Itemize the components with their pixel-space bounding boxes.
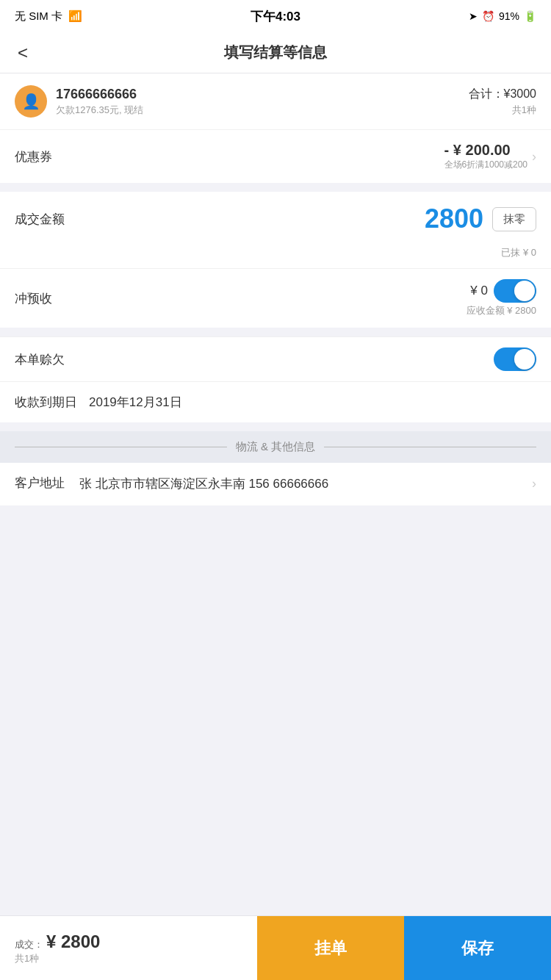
page-title: 填写结算等信息 xyxy=(224,43,327,62)
total-count: 共1种 xyxy=(469,104,537,117)
bottom-spacer xyxy=(0,505,551,623)
prepay-amount-group: ¥ 0 xyxy=(470,279,536,303)
content: 👤 17666666666 欠款1276.35元, 现结 合计：¥3000 共1… xyxy=(0,73,551,689)
transaction-value: 2800 xyxy=(425,203,483,234)
address-row[interactable]: 客户地址 张 北京市市辖区海淀区永丰南 156 66666666 › xyxy=(0,463,551,505)
save-button[interactable]: 保存 xyxy=(404,916,551,981)
status-left: 无 SIM 卡 📶 xyxy=(15,10,82,24)
prepay-label: 冲预收 xyxy=(15,290,52,307)
customer-sub-text: 欠款1276.35元, 现结 xyxy=(56,104,143,117)
back-button[interactable]: < xyxy=(12,37,34,69)
bottom-count: 共1种 xyxy=(15,952,242,965)
address-value: 张 北京市市辖区海淀区永丰南 156 66666666 xyxy=(79,475,520,494)
avatar: 👤 xyxy=(15,85,47,118)
coupon-chevron-icon: › xyxy=(532,149,536,165)
total-label: 合计：¥3000 xyxy=(469,87,537,102)
prepay-toggle-knob xyxy=(514,281,535,301)
customer-details: 17666666666 欠款1276.35元, 现结 xyxy=(56,87,143,117)
transaction-amount-row: 成交金额 2800 抹零 xyxy=(0,192,551,246)
prepay-sub-text: 应收金额 ¥ 2800 xyxy=(467,304,536,317)
bottom-total-label: 成交： xyxy=(15,938,43,951)
debt-toggle-knob xyxy=(514,349,535,370)
customer-left: 👤 17666666666 欠款1276.35元, 现结 xyxy=(15,85,143,118)
due-date-row: 收款到期日 2019年12月31日 xyxy=(0,381,551,422)
no-sim-text: 无 SIM 卡 xyxy=(15,10,62,24)
divider-1 xyxy=(0,183,551,192)
coupon-row[interactable]: 优惠券 - ¥ 200.00 全场6折满1000减200 › xyxy=(0,129,551,183)
customer-phone: 17666666666 xyxy=(56,87,143,102)
status-time: 下午4:03 xyxy=(251,8,300,25)
debt-toggle[interactable] xyxy=(494,347,536,371)
bottom-amount: ¥ 2800 xyxy=(46,932,100,952)
section-title: 物流 & 其他信息 xyxy=(236,440,315,454)
customer-info-row: 👤 17666666666 欠款1276.35元, 现结 合计：¥3000 共1… xyxy=(0,73,551,129)
coupon-label: 优惠券 xyxy=(15,148,52,165)
bottom-bar: 成交： ¥ 2800 共1种 挂单 保存 xyxy=(0,915,551,980)
battery-text: 91% xyxy=(499,10,519,22)
address-chevron-icon: › xyxy=(532,476,536,491)
section-header: 物流 & 其他信息 xyxy=(0,431,551,463)
location-icon: ➤ xyxy=(469,10,478,22)
due-date-value: 2019年12月31日 xyxy=(89,394,182,411)
amount-right: 2800 抹零 xyxy=(425,203,536,234)
wifi-icon: 📶 xyxy=(68,10,82,23)
round-button[interactable]: 抹零 xyxy=(492,207,536,231)
address-label: 客户地址 xyxy=(15,475,68,491)
due-date-label: 收款到期日 xyxy=(15,394,77,411)
hold-button[interactable]: 挂单 xyxy=(257,916,404,981)
alarm-icon: ⏰ xyxy=(482,10,494,22)
prepay-amount: ¥ 0 xyxy=(470,284,488,298)
customer-right: 合计：¥3000 共1种 xyxy=(469,87,537,117)
status-right: ➤ ⏰ 91% 🔋 xyxy=(469,10,536,22)
section-line-right xyxy=(324,447,536,447)
battery-icon: 🔋 xyxy=(524,10,536,22)
coupon-desc: 全场6折满1000减200 xyxy=(444,159,527,171)
nav-bar: < 填写结算等信息 xyxy=(0,32,551,73)
prepay-right: ¥ 0 应收金额 ¥ 2800 xyxy=(467,279,536,317)
prepay-toggle[interactable] xyxy=(494,279,536,303)
debt-label: 本单赊欠 xyxy=(15,351,65,368)
prepay-row: 冲预收 ¥ 0 应收金额 ¥ 2800 xyxy=(0,268,551,328)
coupon-amount: - ¥ 200.00 xyxy=(444,142,527,159)
already-rounded-text: 已抹 ¥ 0 xyxy=(0,246,551,268)
divider-2 xyxy=(0,328,551,336)
divider-3 xyxy=(0,422,551,431)
coupon-right: - ¥ 200.00 全场6折满1000减200 › xyxy=(444,142,536,171)
debt-row: 本单赊欠 xyxy=(0,336,551,381)
section-line-left xyxy=(15,447,227,447)
transaction-label: 成交金额 xyxy=(15,211,65,228)
status-bar: 无 SIM 卡 📶 下午4:03 ➤ ⏰ 91% 🔋 xyxy=(0,0,551,32)
bottom-summary: 成交： ¥ 2800 共1种 xyxy=(0,932,257,965)
